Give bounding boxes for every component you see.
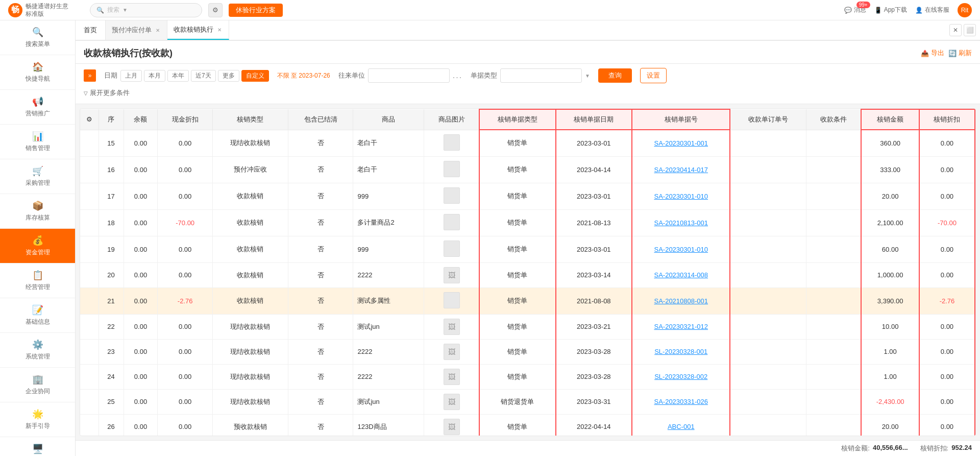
query-button[interactable]: 查询 [598,68,632,83]
td-balance: 0.00 [124,364,158,389]
td-cash-discount: -2.76 [158,287,212,314]
this-month-btn[interactable]: 本月 [144,70,165,82]
td-settings[interactable] [80,236,99,262]
bill-no-link[interactable]: SA-20230321-012 [654,323,708,330]
bill-no-link[interactable]: ABC-001 [668,423,695,430]
td-settings[interactable] [80,130,99,156]
this-year-btn[interactable]: 本年 [167,70,189,82]
table-row: 22 0.00 0.00 现结收款核销 否 测试jun 🖼 销货单 2023-0… [80,314,975,339]
expand-more-btn[interactable]: ▽ 展开更多条件 [84,86,972,100]
filter-date: 日期 上月 本月 本年 近7天 更多 自定义 [104,70,269,82]
search-box[interactable]: 🔍 搜索 ▼ [90,3,202,17]
td-settings[interactable] [80,339,99,364]
td-bill-no: SA-20210808-001 [632,287,730,314]
bill-no-link[interactable]: SL-20230328-002 [654,373,707,380]
td-amount: 10.00 [861,314,919,339]
main-content: 首页 预付冲应付单 ✕ 收款核销执行 ✕ ✕ ⬜ 收款核销执行(按收款) [76,20,980,456]
td-settings[interactable] [80,287,99,314]
sidebar-item-basicinfo[interactable]: 📝 基础信息 [0,298,75,333]
td-receipt-order [730,156,806,183]
bill-no-link[interactable]: SA-20210808-001 [654,297,708,305]
tab-close-button[interactable]: ✕ [949,24,962,36]
sidebar-item-operations[interactable]: 📋 经营管理 [0,263,75,298]
tab-prepay[interactable]: 预付冲应付单 ✕ [106,20,167,40]
td-seq: 26 [99,414,124,436]
tab-writeoff[interactable]: 收款核销执行 ✕ [167,20,229,40]
sidebar-item-purchase[interactable]: 🛒 采购管理 [0,159,75,194]
td-include-settled: 否 [288,414,353,436]
td-payment-condition [806,287,861,314]
th-settings[interactable]: ⚙ [80,109,99,130]
td-payment-condition [806,156,861,183]
td-discount: 0.00 [919,339,975,364]
td-receipt-order [730,414,806,436]
online-service-link[interactable]: 👤 在线客服 [915,6,949,14]
expand-toggle-button[interactable]: » [84,69,96,82]
td-balance: 0.00 [124,236,158,262]
bill-no-link[interactable]: SA-20230331-026 [654,398,708,405]
custom-date-btn[interactable]: 自定义 [241,70,269,82]
notification-bell[interactable]: 💬 消息 99+ [844,6,866,14]
refresh-button[interactable]: 🔄 刷新 [948,49,972,58]
bill-no-link[interactable]: SA-20230301-010 [654,193,708,200]
sidebar-item-guide[interactable]: 🌟 新手引导 [0,402,75,437]
user-avatar[interactable]: Rit [958,3,972,17]
td-settings[interactable] [80,209,99,236]
sidebar-item-marketing[interactable]: 📢 营销推广 [0,90,75,125]
last-month-btn[interactable]: 上月 [120,70,142,82]
td-bill-date: 2022-04-14 [556,414,632,436]
sidebar-item-system[interactable]: ⚙️ 系统管理 [0,333,75,368]
td-discount: 0.00 [919,389,975,414]
td-cash-discount: 0.00 [158,262,212,287]
td-bill-no: SA-20230331-026 [632,389,730,414]
td-include-settled: 否 [288,389,353,414]
bill-no-link[interactable]: SA-20210813-001 [654,219,708,227]
last-7days-btn[interactable]: 近7天 [191,70,216,82]
bill-no-link[interactable]: SA-20230314-008 [654,271,708,279]
goods-image: 🖼 [444,419,460,435]
bill-type-input[interactable] [500,68,582,83]
bill-no-link[interactable]: SA-20230414-017 [654,166,708,174]
tab-maximize-button[interactable]: ⬜ [964,24,976,36]
td-cash-discount: -70.00 [158,209,212,236]
export-button[interactable]: 📤 导出 [921,49,944,58]
td-settings[interactable] [80,389,99,414]
td-settings[interactable] [80,314,99,339]
sidebar-item-enterprise[interactable]: 🏢 企业协同 [0,368,75,402]
sidebar-item-quicknav[interactable]: 🏠 快捷导航 [0,55,75,90]
td-seq: 20 [99,262,124,287]
table-row: 16 0.00 0.00 预付冲应收 否 老白干 销货单 2023-04-14 … [80,156,975,183]
more-date-btn[interactable]: 更多 [218,70,239,82]
sidebar-item-search[interactable]: 🔍 搜索菜单 [0,20,75,55]
td-settings[interactable] [80,364,99,389]
settings-button[interactable]: 设置 [640,68,667,83]
td-payment-condition [806,414,861,436]
sidebar-item-finance[interactable]: 💰 资金管理 [0,229,75,263]
bill-no-link[interactable]: SL-20230328-001 [654,348,707,355]
td-goods-image [424,130,479,156]
tab-writeoff-close[interactable]: ✕ [216,26,223,34]
sidebar-item-hardware[interactable]: 🖥️ 智能硬件 [0,437,75,456]
goods-image: 🖼 [444,394,460,410]
td-include-settled: 否 [288,156,353,183]
partner-input[interactable] [368,68,450,83]
gear-button[interactable]: ⚙ [208,3,223,17]
td-settings[interactable] [80,414,99,436]
td-settings[interactable] [80,183,99,209]
td-discount: 0.00 [919,314,975,339]
footer-discount-value: 952.24 [951,444,972,453]
td-writeoff-type: 收款核销 [212,209,288,236]
td-settings[interactable] [80,262,99,287]
bill-no-link[interactable]: SA-20230301-001 [654,139,708,147]
bill-no-link[interactable]: SA-20230301-010 [654,246,708,253]
td-settings[interactable] [80,156,99,183]
goods-image [444,187,460,204]
app-download-link[interactable]: 📱 App下载 [874,6,907,14]
sidebar-item-inventory[interactable]: 📦 库存核算 [0,194,75,229]
sidebar-item-sales[interactable]: 📊 销售管理 [0,125,75,159]
td-seq: 21 [99,287,124,314]
tab-prepay-close[interactable]: ✕ [155,27,161,34]
td-receipt-order [730,262,806,287]
industry-button[interactable]: 休验行业方案 [229,4,283,17]
tab-home[interactable]: 首页 [76,20,106,40]
